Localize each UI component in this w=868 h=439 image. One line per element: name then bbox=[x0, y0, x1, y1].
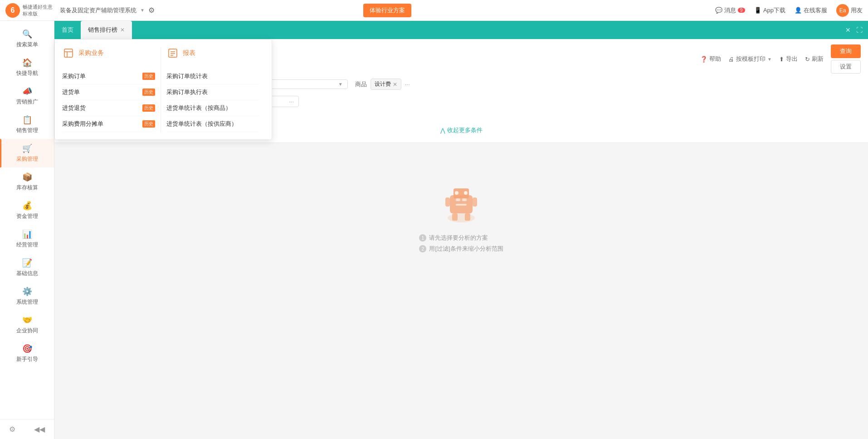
purchase-icon: 🛒 bbox=[22, 143, 32, 153]
message-badge: 9 bbox=[738, 8, 745, 13]
menu-item-incoming[interactable]: 进货单 历史 bbox=[62, 84, 155, 100]
menu-item-incoming-stat-supplier[interactable]: 进货单统计表（按供应商） bbox=[166, 116, 259, 132]
tab-sales-rank[interactable]: 销售排行榜 ✕ bbox=[81, 21, 132, 39]
refresh-btn[interactable]: ↻ 刷新 bbox=[805, 55, 824, 63]
guide-icon: 🎯 bbox=[22, 344, 32, 354]
title-dropdown-arrow[interactable]: ▼ bbox=[140, 8, 145, 13]
logo-icon: 6 bbox=[5, 3, 20, 18]
svg-rect-5 bbox=[456, 198, 460, 201]
app-download-btn[interactable]: 📱 App下载 bbox=[754, 6, 785, 15]
bill-status-dropdown-icon: ▼ bbox=[338, 82, 343, 87]
system-title: 装备及固定资产辅助管理系统 ▼ ⚙ bbox=[60, 6, 363, 15]
service-icon: 👤 bbox=[795, 7, 802, 14]
print-btn[interactable]: 🖨 按模板打印 ▼ bbox=[728, 55, 772, 63]
svg-point-3 bbox=[455, 191, 458, 195]
purchase-business-header: 采购业务 bbox=[62, 47, 155, 63]
top-bar-actions: 💬 消息 9 📱 App下载 👤 在线客服 Ea 用友 bbox=[715, 4, 863, 17]
logo: 6 畅捷通好生意 标准版 bbox=[5, 3, 60, 18]
history-badge-2: 历史 bbox=[142, 104, 155, 112]
sidebar: 🔍 搜索菜单 🏠 快捷导航 📣 营销推广 📋 销售管理 🛒 采购管理 📦 库存核… bbox=[0, 21, 54, 439]
home-icon: 🏠 bbox=[22, 58, 32, 68]
history-badge-3: 历史 bbox=[142, 120, 155, 128]
svg-rect-12 bbox=[64, 49, 73, 57]
sidebar-item-operations[interactable]: 📊 经营管理 bbox=[0, 225, 54, 253]
purchase-dropdown-menu: 采购业务 采购订单 历史 进货单 历史 进货退货 历史 采购费用分摊单 历史 bbox=[54, 39, 272, 140]
export-btn[interactable]: ⬆ 导出 bbox=[779, 55, 798, 63]
svg-rect-9 bbox=[473, 197, 477, 207]
history-badge-1: 历史 bbox=[142, 89, 155, 96]
tab-expand-icon[interactable]: ⛶ bbox=[854, 25, 864, 35]
print-dropdown-icon[interactable]: ▼ bbox=[767, 57, 772, 62]
purchase-report-icon bbox=[166, 47, 179, 59]
sidebar-item-sales[interactable]: 📋 销售管理 bbox=[0, 110, 54, 139]
svg-rect-7 bbox=[456, 204, 467, 206]
purchase-report-header: 报表 bbox=[166, 47, 259, 63]
purchase-report-title: 报表 bbox=[183, 49, 195, 57]
export-icon: ⬆ bbox=[779, 56, 784, 63]
operations-icon: 📊 bbox=[22, 229, 32, 239]
search-icon: 🔍 bbox=[22, 29, 32, 39]
goods-more-icon[interactable]: ··· bbox=[405, 81, 410, 88]
sidebar-collapse-icon[interactable]: ◀◀ bbox=[34, 425, 45, 434]
sidebar-bottom: ⚙ ◀◀ bbox=[0, 419, 54, 439]
sidebar-item-inventory[interactable]: 📦 库存核算 bbox=[0, 168, 54, 196]
empty-state: 1 请先选择要分析的方案 2 用[过滤]条件来缩小分析范围 bbox=[54, 143, 868, 289]
marketing-icon: 📣 bbox=[22, 86, 32, 96]
settings-btn[interactable]: 设置 bbox=[831, 60, 861, 74]
purchase-business-icon bbox=[62, 47, 75, 59]
message-icon: 💬 bbox=[715, 7, 722, 14]
sidebar-item-enterprise[interactable]: 🤝 企业协同 bbox=[0, 311, 54, 339]
staff-more-icon[interactable]: ··· bbox=[289, 98, 294, 105]
tab-bar-right: ✕ ⛶ bbox=[844, 25, 868, 35]
tab-bar: 首页 销售排行榜 ✕ ✕ ⛶ bbox=[54, 21, 868, 39]
svg-point-0 bbox=[448, 213, 475, 222]
empty-illustration bbox=[439, 179, 484, 225]
menu-item-expense[interactable]: 采购费用分摊单 历史 bbox=[62, 116, 155, 132]
sidebar-item-marketing[interactable]: 📣 营销推广 bbox=[0, 82, 54, 110]
svg-rect-10 bbox=[452, 213, 458, 221]
sidebar-item-basic-info[interactable]: 📝 基础信息 bbox=[0, 253, 54, 282]
industry-btn[interactable]: 体验行业方案 bbox=[363, 4, 411, 17]
sidebar-item-guide[interactable]: 🎯 新手引导 bbox=[0, 339, 54, 368]
sidebar-item-purchase[interactable]: 🛒 采购管理 bbox=[0, 139, 54, 168]
tab-home[interactable]: 首页 bbox=[54, 21, 81, 39]
purchase-business-column: 采购业务 采购订单 历史 进货单 历史 进货退货 历史 采购费用分摊单 历史 bbox=[62, 47, 161, 132]
help-btn[interactable]: ❓ 帮助 bbox=[700, 55, 721, 63]
menu-item-incoming-stat-goods[interactable]: 进货单统计表（按商品） bbox=[166, 100, 259, 116]
sales-icon: 📋 bbox=[22, 115, 32, 125]
goods-label: 商品 bbox=[355, 80, 367, 89]
menu-item-purchase-order[interactable]: 采购订单 历史 bbox=[62, 69, 155, 84]
goods-tag-close-icon[interactable]: ✕ bbox=[393, 81, 397, 88]
menu-item-order-stat[interactable]: 采购订单统计表 bbox=[166, 69, 259, 84]
menu-item-order-exec[interactable]: 采购订单执行表 bbox=[166, 84, 259, 100]
user-menu-btn[interactable]: Ea 用友 bbox=[836, 4, 863, 17]
settings-gear-icon[interactable]: ⚙ bbox=[148, 6, 155, 15]
purchase-report-column: 报表 采购订单统计表 采购订单执行表 进货单统计表（按商品） 进货单统计表（按供… bbox=[161, 47, 265, 132]
purchase-business-title: 采购业务 bbox=[78, 49, 104, 57]
history-badge-0: 历史 bbox=[142, 73, 155, 80]
sidebar-item-system[interactable]: ⚙️ 系统管理 bbox=[0, 282, 54, 311]
inventory-icon: 📦 bbox=[22, 172, 32, 182]
online-service-btn[interactable]: 👤 在线客服 bbox=[795, 6, 827, 15]
goods-group: 商品 设计费 ✕ ··· bbox=[355, 79, 410, 90]
goods-tag: 设计费 ✕ bbox=[371, 79, 401, 90]
tab-close-icon[interactable]: ✕ bbox=[120, 27, 125, 33]
top-bar: 6 畅捷通好生意 标准版 装备及固定资产辅助管理系统 ▼ ⚙ 体验行业方案 💬 … bbox=[0, 0, 868, 21]
user-avatar: Ea bbox=[836, 4, 849, 17]
print-icon: 🖨 bbox=[728, 56, 734, 63]
step-2-num: 2 bbox=[419, 245, 426, 252]
sidebar-item-finance[interactable]: 💰 资金管理 bbox=[0, 196, 54, 225]
svg-point-4 bbox=[464, 191, 468, 195]
tab-close-all-icon[interactable]: ✕ bbox=[844, 25, 853, 35]
sidebar-item-search[interactable]: 🔍 搜索菜单 bbox=[0, 25, 54, 53]
app-icon: 📱 bbox=[754, 7, 761, 14]
sidebar-settings-icon[interactable]: ⚙ bbox=[9, 425, 15, 434]
basic-info-icon: 📝 bbox=[22, 258, 32, 268]
refresh-icon: ↻ bbox=[805, 56, 810, 63]
message-btn[interactable]: 💬 消息 9 bbox=[715, 6, 745, 15]
query-btn[interactable]: 查询 bbox=[831, 44, 861, 58]
sidebar-item-quick-nav[interactable]: 🏠 快捷导航 bbox=[0, 53, 54, 82]
svg-rect-11 bbox=[465, 213, 470, 221]
menu-item-return[interactable]: 进货退货 历史 bbox=[62, 100, 155, 116]
svg-rect-6 bbox=[462, 198, 467, 201]
